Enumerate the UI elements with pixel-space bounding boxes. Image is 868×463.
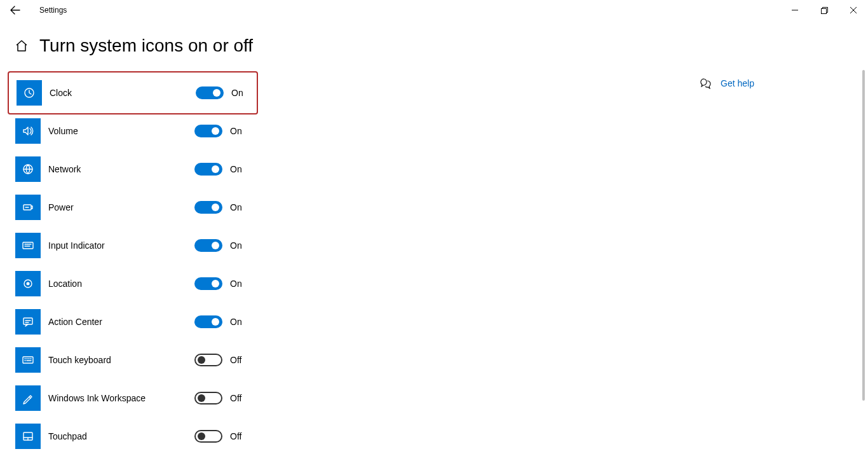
touchpad-icon-box [15, 424, 41, 449]
window-controls [780, 0, 868, 20]
touchpad-toggle[interactable] [194, 430, 222, 443]
volume-toggle[interactable] [194, 125, 222, 137]
input-indicator-icon [22, 239, 34, 252]
network-icon-box [15, 156, 41, 182]
touch-keyboard-icon-box [15, 347, 41, 373]
back-button[interactable] [5, 0, 25, 20]
content: ClockOnVolumeOnNetworkOnPowerOnInput Ind… [0, 74, 868, 455]
clock-icon [23, 86, 36, 99]
page-title: Turn system icons on or off [39, 36, 253, 56]
action-center-toggle[interactable] [194, 315, 222, 328]
toggle-knob [212, 204, 219, 211]
touchpad-toggle-state: Off [230, 431, 241, 441]
toggle-knob [212, 318, 219, 326]
minimize-icon [792, 7, 798, 13]
toggle-knob [198, 432, 205, 440]
action-center-label: Action Center [48, 317, 194, 327]
toggle-knob [213, 89, 220, 97]
volume-icon [22, 125, 34, 137]
system-icon-row-network: NetworkOn [15, 150, 689, 188]
get-help-link[interactable]: Get help [700, 78, 754, 89]
input-indicator-toggle-state: On [230, 240, 242, 251]
toggle-knob [198, 394, 205, 402]
system-icon-row-touchpad: TouchpadOff [15, 417, 689, 455]
home-icon [15, 39, 28, 52]
toggle-knob [212, 165, 219, 173]
system-icon-row-volume: VolumeOn [15, 112, 689, 150]
network-toggle[interactable] [194, 163, 222, 176]
close-icon [850, 7, 857, 13]
windows-ink-toggle-state: Off [230, 393, 241, 403]
power-toggle[interactable] [194, 201, 222, 214]
get-help-label: Get help [721, 78, 754, 88]
home-button[interactable] [15, 39, 28, 52]
svg-rect-4 [23, 242, 33, 249]
action-center-icon [22, 315, 34, 328]
network-toggle-state: On [230, 164, 242, 174]
power-label: Power [48, 202, 194, 212]
app-title: Settings [33, 6, 67, 15]
input-indicator-label: Input Indicator [48, 240, 194, 251]
input-indicator-toggle[interactable] [194, 239, 222, 252]
system-icon-row-input-indicator: Input IndicatorOn [15, 226, 689, 265]
toggle-knob [212, 242, 219, 249]
clock-toggle[interactable] [196, 86, 224, 99]
clock-icon-box [17, 80, 42, 106]
location-toggle-state: On [230, 279, 242, 289]
touch-keyboard-icon [22, 354, 34, 366]
system-icon-row-clock: ClockOn [8, 71, 258, 114]
system-icons-list: ClockOnVolumeOnNetworkOnPowerOnInput Ind… [15, 74, 689, 455]
location-label: Location [48, 279, 194, 289]
svg-rect-0 [821, 8, 826, 13]
input-indicator-icon-box [15, 233, 41, 258]
close-button[interactable] [839, 0, 868, 20]
maximize-button[interactable] [810, 0, 839, 20]
clock-label: Clock [50, 88, 196, 98]
location-toggle[interactable] [194, 277, 222, 290]
clock-toggle-state: On [231, 88, 243, 98]
maximize-icon [821, 7, 828, 14]
svg-point-6 [27, 282, 30, 286]
volume-icon-box [15, 118, 41, 144]
svg-rect-8 [23, 357, 33, 363]
system-icon-row-touch-keyboard: Touch keyboardOff [15, 341, 689, 379]
action-center-icon-box [15, 309, 41, 335]
scrollbar[interactable] [859, 70, 868, 458]
svg-rect-7 [24, 318, 32, 324]
touchpad-icon [22, 430, 34, 443]
help-chat-icon [700, 78, 712, 89]
windows-ink-toggle[interactable] [194, 392, 222, 404]
toggle-knob [198, 356, 205, 364]
volume-toggle-state: On [230, 126, 242, 136]
windows-ink-label: Windows Ink Workspace [48, 393, 194, 403]
minimize-button[interactable] [780, 0, 810, 20]
network-label: Network [48, 164, 194, 174]
windows-ink-icon-box [15, 385, 41, 411]
scrollbar-thumb[interactable] [862, 70, 865, 401]
windows-ink-icon [22, 392, 34, 404]
back-arrow-icon [10, 5, 20, 15]
touch-keyboard-toggle[interactable] [194, 354, 222, 366]
location-icon [22, 277, 34, 290]
touchpad-label: Touchpad [48, 431, 194, 441]
toggle-knob [212, 127, 219, 135]
help-panel: Get help [689, 74, 754, 455]
titlebar: Settings [0, 0, 868, 20]
network-icon [22, 163, 34, 176]
volume-label: Volume [48, 126, 194, 136]
touch-keyboard-label: Touch keyboard [48, 355, 194, 365]
system-icon-row-action-center: Action CenterOn [15, 303, 689, 341]
location-icon-box [15, 271, 41, 296]
system-icon-row-windows-ink: Windows Ink WorkspaceOff [15, 379, 689, 417]
titlebar-left: Settings [5, 0, 67, 20]
power-icon-box [15, 195, 41, 220]
system-icon-row-location: LocationOn [15, 265, 689, 303]
power-toggle-state: On [230, 202, 242, 212]
touch-keyboard-toggle-state: Off [230, 355, 241, 365]
toggle-knob [212, 280, 219, 287]
system-icon-row-power: PowerOn [15, 188, 689, 226]
power-icon [22, 201, 34, 214]
action-center-toggle-state: On [230, 317, 242, 327]
page-header: Turn system icons on or off [0, 20, 868, 74]
